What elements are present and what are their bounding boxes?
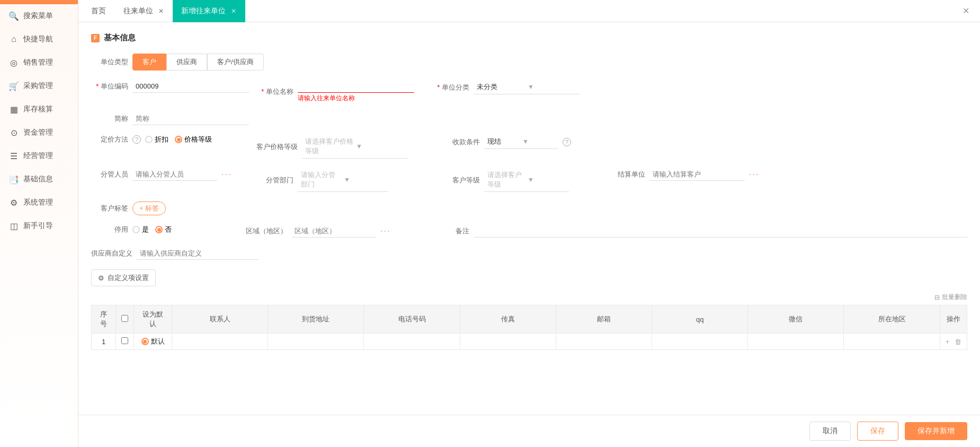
custom-settings-button[interactable]: ⚙ 自定义项设置 <box>91 269 156 286</box>
business-icon: ☰ <box>8 151 19 161</box>
save-and-new-button[interactable]: 保存并新增 <box>905 422 967 440</box>
row-region <box>844 334 940 350</box>
basicinfo-icon: 📑 <box>8 174 19 185</box>
tab-partner-list-close[interactable]: ✕ <box>158 7 164 15</box>
customer-price-level-chevron: ▼ <box>356 143 405 150</box>
remark-input[interactable] <box>474 225 967 238</box>
select-all-checkbox[interactable] <box>121 315 128 322</box>
pricing-discount[interactable]: 折扣 <box>145 135 168 144</box>
abbr-input[interactable] <box>132 112 249 125</box>
section-title-text: 基本信息 <box>104 33 136 43</box>
save-button[interactable]: 保存 <box>857 422 898 441</box>
sidebar-item-basicinfo[interactable]: 📑 基础信息 <box>0 168 78 191</box>
customer-level-placeholder: 请选择客户等级 <box>487 170 525 189</box>
customer-price-level-select[interactable]: 请选择客户价格等级 ▼ <box>302 135 408 159</box>
pricing-discount-radio[interactable] <box>145 136 153 143</box>
row-default-radio-item[interactable]: 默认 <box>139 337 166 346</box>
sidebar-item-purchase[interactable]: 🛒 采购管理 <box>0 74 78 98</box>
disabled-yes[interactable]: 是 <box>132 225 149 234</box>
tab-new-partner[interactable]: 新增往来单位 ✕ <box>173 0 245 22</box>
row-contact-input[interactable] <box>177 338 262 346</box>
payment-terms-field: 收款条件 现结 ▼ ? <box>443 135 612 149</box>
row-delete-btn[interactable]: 🗑 <box>955 338 961 346</box>
tab-new-partner-close[interactable]: ✕ <box>231 7 236 15</box>
inventory-icon: ▦ <box>8 104 19 115</box>
row-add-btn[interactable]: + <box>946 338 950 346</box>
unit-category-select[interactable]: 未分类 ▼ <box>474 80 580 94</box>
th-contact: 联系人 <box>172 305 268 334</box>
unit-category-label: 单位分类 <box>432 83 469 92</box>
tab-partner-list[interactable]: 往来单位 ✕ <box>115 0 173 22</box>
unit-code-label: 单位编码 <box>91 82 128 91</box>
customer-level-select[interactable]: 请选择客户等级 ▼ <box>484 168 569 192</box>
disabled-label: 停用 <box>91 225 128 234</box>
sidebar-item-system[interactable]: ⚙ 系统管理 <box>0 191 78 214</box>
unit-name-label: 单位名称 <box>256 87 293 97</box>
gear-icon: ⚙ <box>98 274 104 282</box>
sidebar-item-business[interactable]: ☰ 经营管理 <box>0 144 78 168</box>
tab-home-label: 首页 <box>91 6 106 16</box>
sidebar-item-guide[interactable]: ◫ 新手引导 <box>0 214 78 238</box>
form-content: F 基本信息 单位类型 客户 供应商 客户/供应商 单位编码 单位名称 <box>78 22 980 415</box>
sidebar-item-finance[interactable]: ⊙ 资金管理 <box>0 121 78 144</box>
dept-select[interactable]: 请输入分管部门 ▼ <box>298 168 388 192</box>
row-email-input[interactable] <box>562 338 646 346</box>
unit-code-input[interactable] <box>132 80 249 93</box>
tab-home[interactable]: 首页 <box>83 0 115 22</box>
settlement-unit-field: 结算单位 ··· <box>608 168 967 181</box>
payment-terms-value: 现结 <box>487 137 520 146</box>
disabled-yes-radio[interactable] <box>132 226 140 233</box>
sidebar-item-sales[interactable]: ◎ 销售管理 <box>0 51 78 74</box>
pricing-level-radio[interactable] <box>175 136 182 143</box>
payment-terms-select[interactable]: 现结 ▼ <box>484 135 558 149</box>
payment-help-icon[interactable]: ? <box>563 138 571 146</box>
manager-more-btn[interactable]: ··· <box>221 170 231 179</box>
add-tag-button[interactable]: + 标签 <box>132 201 166 215</box>
disabled-region-row: 停用 是 否 区域（地区） ··· 备注 <box>91 225 967 238</box>
abbr-label: 简称 <box>91 114 128 124</box>
pricing-help-icon[interactable]: ? <box>132 135 141 144</box>
cancel-button[interactable]: 取消 <box>809 422 851 441</box>
unit-type-customer[interactable]: 客户 <box>132 54 166 71</box>
unit-category-field: 单位分类 未分类 ▼ <box>432 80 612 94</box>
customer-price-level-placeholder: 请选择客户价格等级 <box>305 137 354 156</box>
row-checkbox[interactable] <box>121 337 128 344</box>
sidebar-item-search[interactable]: 🔍 搜索菜单 <box>0 4 78 28</box>
unit-name-error: 请输入往来单位名称 <box>298 94 414 103</box>
unit-type-both[interactable]: 客户/供应商 <box>207 54 264 71</box>
row-email <box>556 334 652 350</box>
pricing-level[interactable]: 价格等级 <box>175 135 212 144</box>
batch-delete-label[interactable]: 批量删除 <box>942 293 967 302</box>
dept-field: 分管部门 请输入分管部门 ▼ <box>256 168 436 192</box>
row-phone-input[interactable] <box>369 338 454 346</box>
sidebar-item-inventory[interactable]: ▦ 库存核算 <box>0 98 78 121</box>
customer-tag-field: 客户标签 + 标签 <box>91 201 967 215</box>
unit-type-supplier[interactable]: 供应商 <box>166 54 207 71</box>
row-wechat-input[interactable] <box>753 338 838 346</box>
region-more-btn[interactable]: ··· <box>380 226 390 236</box>
manager-input[interactable] <box>132 168 217 181</box>
th-region: 所在地区 <box>844 305 940 334</box>
sidebar-item-label: 搜索菜单 <box>23 11 53 21</box>
section-basic-info: F 基本信息 <box>91 33 967 43</box>
region-input[interactable] <box>291 225 376 238</box>
row-default-radio[interactable] <box>141 338 149 345</box>
unit-name-input[interactable] <box>298 80 414 93</box>
customer-price-level-field: 客户价格等级 请选择客户价格等级 ▼ <box>256 135 436 159</box>
supplier-custom-input[interactable] <box>137 247 259 260</box>
footer: 取消 保存 保存并新增 <box>78 415 980 447</box>
row-region-input[interactable] <box>849 338 934 346</box>
guide-icon: ◫ <box>8 221 19 231</box>
sidebar-item-quicknav[interactable]: ⌂ 快捷导航 <box>0 28 78 51</box>
settlement-unit-input[interactable] <box>649 168 745 181</box>
row-qq-input[interactable] <box>657 338 742 346</box>
row-address-input[interactable] <box>273 338 358 346</box>
unit-name-field: 单位名称 请输入往来单位名称 <box>256 80 426 103</box>
row-fax-input[interactable] <box>466 338 550 346</box>
settlement-more-btn[interactable]: ··· <box>749 170 759 179</box>
disabled-no[interactable]: 否 <box>155 225 172 234</box>
disabled-no-radio[interactable] <box>155 226 163 233</box>
row-contact <box>172 334 268 350</box>
th-address: 到货地址 <box>268 305 364 334</box>
window-close-button[interactable]: ✕ <box>956 6 976 16</box>
